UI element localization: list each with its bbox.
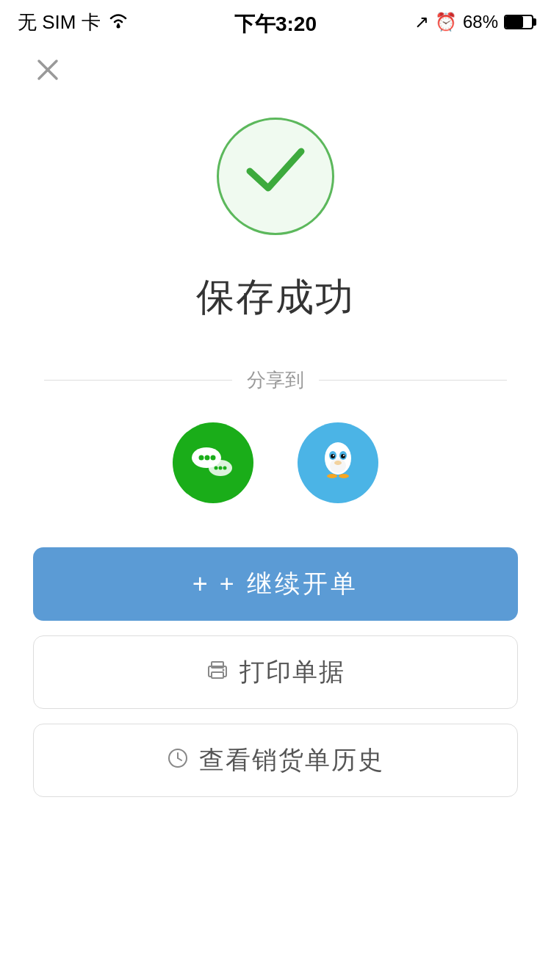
divider-left	[44, 380, 232, 381]
history-icon	[167, 746, 189, 775]
svg-rect-24	[212, 672, 223, 678]
svg-point-8	[215, 466, 218, 470]
share-section: 分享到	[0, 367, 551, 503]
main-content: 保存成功 分享到	[0, 44, 551, 797]
battery-percent: 68%	[463, 12, 498, 32]
checkmark-icon	[242, 140, 309, 209]
action-buttons: + + 继续开单 打印单据 查看销货单	[33, 547, 518, 797]
svg-point-4	[199, 455, 204, 461]
wechat-share-button[interactable]	[173, 422, 253, 503]
status-left: 无 SIM 卡	[18, 10, 129, 35]
continue-label: + 继续开单	[220, 567, 359, 601]
qq-share-button[interactable]	[298, 422, 378, 503]
share-divider: 分享到	[0, 367, 551, 393]
continue-button[interactable]: + + 继续开单	[33, 547, 518, 621]
print-icon	[206, 658, 229, 687]
svg-point-5	[205, 455, 210, 461]
divider-right	[319, 380, 507, 381]
history-label: 查看销货单历史	[199, 743, 384, 777]
svg-point-20	[327, 474, 337, 478]
success-circle	[217, 118, 334, 235]
svg-point-10	[223, 466, 227, 470]
no-sim-text: 无 SIM 卡	[18, 10, 101, 35]
battery-icon	[504, 15, 533, 29]
plus-icon: +	[192, 569, 209, 599]
share-icons	[173, 422, 378, 503]
svg-point-0	[116, 24, 120, 28]
close-button[interactable]	[29, 51, 66, 88]
success-title: 保存成功	[196, 272, 355, 323]
svg-line-28	[178, 758, 181, 760]
svg-point-15	[341, 454, 345, 458]
svg-point-19	[330, 458, 346, 473]
svg-point-25	[223, 669, 225, 671]
svg-point-6	[211, 455, 216, 461]
print-label: 打印单据	[240, 655, 345, 689]
wifi-icon	[108, 11, 129, 34]
print-button[interactable]: 打印单据	[33, 635, 518, 709]
location-icon: ↗	[414, 12, 429, 32]
alarm-icon: ⏰	[435, 12, 457, 32]
status-bar: 无 SIM 卡 下午3:20 ↗ ⏰ 68%	[0, 0, 551, 44]
share-label: 分享到	[247, 367, 304, 393]
status-right: ↗ ⏰ 68%	[414, 12, 533, 32]
svg-point-17	[343, 455, 345, 456]
close-icon	[35, 57, 61, 83]
svg-point-21	[339, 474, 349, 478]
svg-point-9	[219, 466, 223, 470]
history-button[interactable]: 查看销货单历史	[33, 724, 518, 797]
svg-point-16	[333, 455, 334, 456]
status-time: 下午3:20	[234, 10, 317, 38]
svg-point-14	[331, 454, 335, 458]
